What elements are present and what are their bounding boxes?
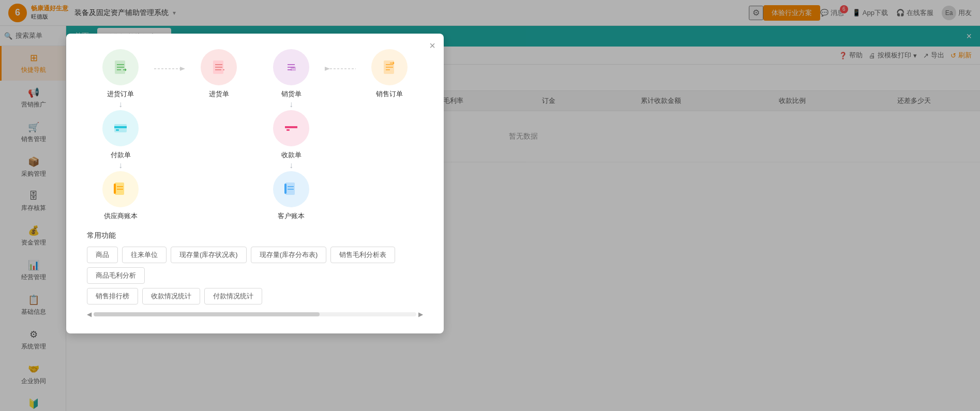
purchase-bill-label: 进货单 <box>209 89 229 99</box>
svg-rect-8 <box>114 184 116 194</box>
payment-icon <box>102 110 139 146</box>
func-btn-product-profit[interactable]: 商品毛利分析 <box>87 267 145 284</box>
sales-bill-label: 销货单 <box>281 89 301 99</box>
func-btn-receipt-stats[interactable]: 收款情况统计 <box>142 288 200 305</box>
flow-chart: 进货订单 ↓ 付款单 ↓ <box>87 49 423 221</box>
svg-rect-6 <box>116 129 119 131</box>
svg-marker-29 <box>325 67 330 71</box>
purchase-bill-icon <box>201 49 237 85</box>
svg-rect-26 <box>284 184 287 194</box>
arrow-down-4: ↓ <box>289 161 293 170</box>
arrow-down-2: ↓ <box>118 161 123 170</box>
flow-sales-order[interactable]: 销售订单 <box>356 49 423 99</box>
arrow-down-3: ↓ <box>289 100 293 109</box>
scrollbar-track[interactable] <box>94 312 416 316</box>
sales-bill-icon <box>273 49 309 85</box>
flow-supplier-ledger[interactable]: 供应商账本 <box>87 171 154 221</box>
purchase-order-icon <box>102 49 139 85</box>
sales-order-label: 销售订单 <box>376 89 403 99</box>
func-btn-sales-ranking[interactable]: 销售排行榜 <box>87 288 138 305</box>
svg-rect-24 <box>287 129 290 131</box>
func-buttons-row1: 商品 往来单位 现存量(库存状况表) 现存量(库存分布表) 销售毛利分析表 商品… <box>87 247 423 284</box>
flow-receipt[interactable]: 收款单 <box>258 110 325 160</box>
svg-rect-7 <box>115 182 124 195</box>
center-right-flow: 销货单 ↓ 收款单 ↓ <box>258 49 325 221</box>
popup-scrollbar: ◀ ▶ <box>87 311 423 318</box>
svg-rect-21 <box>291 67 296 71</box>
arrow-right-1 <box>154 49 185 73</box>
func-btn-partners[interactable]: 往来单位 <box>122 247 167 263</box>
func-btn-products[interactable]: 商品 <box>87 247 118 263</box>
right-flow: 销售订单 <box>356 49 423 99</box>
arrow-down-1: ↓ <box>118 100 123 109</box>
popup-close-btn[interactable]: × <box>429 40 435 52</box>
arrow-right-2 <box>325 49 356 73</box>
svg-rect-23 <box>285 126 297 128</box>
svg-rect-5 <box>114 126 127 128</box>
supplier-ledger-label: 供应商账本 <box>104 211 138 221</box>
receipt-label: 收款单 <box>281 150 301 160</box>
receipt-icon <box>273 110 309 146</box>
flow-purchase-bill[interactable]: 进货单 <box>185 49 252 99</box>
svg-marker-12 <box>180 67 185 71</box>
scrollbar-thumb[interactable] <box>94 312 320 316</box>
sales-order-icon <box>371 49 408 85</box>
customer-ledger-icon <box>273 171 309 207</box>
flow-customer-ledger[interactable]: 客户账本 <box>258 171 325 221</box>
quick-nav-popup: × 进货订单 ↓ <box>66 34 444 333</box>
purchase-order-label: 进货订单 <box>107 89 134 99</box>
payment-label: 付款单 <box>111 150 131 160</box>
flow-payment[interactable]: 付款单 <box>87 110 154 160</box>
func-btn-sales-profit[interactable]: 销售毛利分析表 <box>330 247 395 263</box>
scroll-right-icon[interactable]: ▶ <box>418 311 423 318</box>
scroll-left-icon[interactable]: ◀ <box>87 311 92 318</box>
svg-rect-25 <box>285 182 295 195</box>
func-btn-inventory-distribution[interactable]: 现存量(库存分布表) <box>251 247 327 263</box>
flow-sales-bill[interactable]: 销货单 <box>258 49 325 99</box>
common-functions-title: 常用功能 <box>87 231 423 240</box>
left-flow: 进货订单 ↓ 付款单 ↓ <box>87 49 154 221</box>
flow-purchase-order[interactable]: 进货订单 <box>87 49 154 99</box>
func-btn-inventory-status[interactable]: 现存量(库存状况表) <box>171 247 247 263</box>
center-left-flow: 进货单 <box>185 49 252 99</box>
func-buttons-row2: 销售排行榜 收款情况统计 付款情况统计 <box>87 288 423 305</box>
supplier-ledger-icon <box>102 171 139 207</box>
func-btn-payment-stats[interactable]: 付款情况统计 <box>204 288 262 305</box>
customer-ledger-label: 客户账本 <box>278 211 305 221</box>
common-functions: 常用功能 商品 往来单位 现存量(库存状况表) 现存量(库存分布表) 销售毛利分… <box>87 231 423 305</box>
